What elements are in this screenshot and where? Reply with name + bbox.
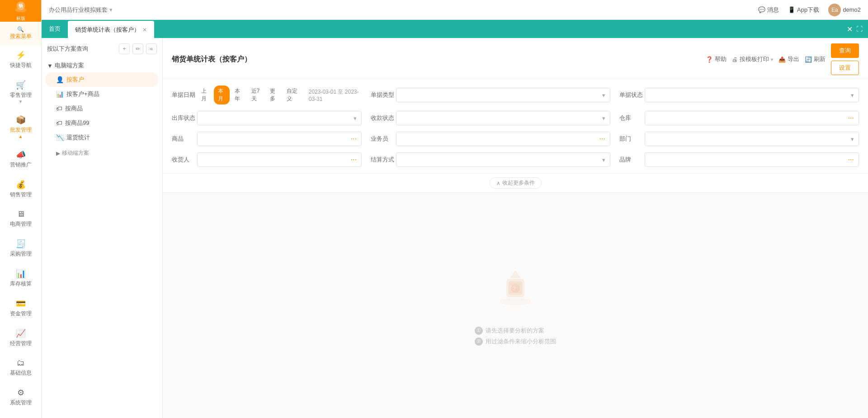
payment-status-arrow-icon: ▾ bbox=[602, 115, 605, 122]
warehouse-select[interactable]: ··· bbox=[645, 111, 859, 125]
app-download-btn[interactable]: 📱 App下载 bbox=[788, 6, 819, 14]
tree-item-by-customer[interactable]: 👤 按客户 bbox=[45, 72, 159, 87]
sidebar-item-corp[interactable]: 👥 企业协同 bbox=[0, 412, 42, 418]
collapse-conditions-btn[interactable]: ∧ 收起更多条件 bbox=[490, 177, 542, 189]
tab-sales-stat[interactable]: 销货单统计表（按客户） ✕ bbox=[68, 21, 154, 39]
edit-scheme-btn[interactable]: ✏ bbox=[132, 43, 143, 54]
date-tab-this-year[interactable]: 本年 bbox=[231, 86, 246, 104]
filter-goods: 商品 ··· bbox=[172, 132, 362, 146]
date-tab-this-month[interactable]: 本月 bbox=[214, 86, 230, 104]
maximize-icon[interactable]: ⛶ bbox=[856, 25, 863, 33]
help-btn[interactable]: ❓ 帮助 bbox=[706, 55, 726, 63]
date-tabs: 上月 本月 本年 近7天 更多 自定义 bbox=[197, 86, 302, 104]
export-icon: 📤 bbox=[778, 56, 786, 63]
sidebar: 畅 标版 🔍 搜索菜单 ⚡ 快捷导航 🛒 零售管理 ▼ 📦 批发管理 ▲ 📣 营… bbox=[0, 0, 42, 418]
collapse-icon: « bbox=[150, 46, 153, 52]
marketing-icon: 📣 bbox=[16, 150, 26, 160]
sidebar-item-system[interactable]: ⚙ 系统管理 bbox=[0, 382, 42, 412]
sidebar-item-basic[interactable]: 🗂 基础信息 bbox=[0, 353, 42, 382]
tree-item-by-goods[interactable]: 🏷 按商品 bbox=[45, 101, 159, 116]
dept-arrow-icon: ▾ bbox=[851, 136, 854, 142]
goods-icon: 🏷 bbox=[56, 105, 62, 112]
add-scheme-btn[interactable]: + bbox=[119, 43, 130, 54]
date-tab-custom[interactable]: 自定义 bbox=[283, 86, 302, 104]
user-profile[interactable]: Ea demo2 bbox=[828, 4, 861, 16]
settings-button[interactable]: 设置 bbox=[831, 61, 859, 75]
goods-dots[interactable]: ··· bbox=[351, 135, 357, 143]
close-tab-icon[interactable]: ✕ bbox=[142, 27, 147, 33]
message-btn[interactable]: 💬 消息 bbox=[758, 6, 779, 14]
sidebar-item-purchase[interactable]: 🧾 采购管理 bbox=[0, 233, 42, 263]
goods-select[interactable]: ··· bbox=[197, 132, 362, 146]
tree-group-desktop[interactable]: ▼ 电脑端方案 bbox=[45, 59, 159, 72]
tab-bar: 首页 销货单统计表（按客户） ✕ ✕ ⛶ bbox=[42, 20, 868, 38]
operation-icon: 📈 bbox=[16, 328, 26, 338]
date-tab-more[interactable]: 更多 bbox=[266, 86, 282, 104]
sidebar-item-retail[interactable]: 🛒 零售管理 ▼ bbox=[0, 75, 42, 109]
date-tab-7days[interactable]: 近7天 bbox=[247, 86, 265, 104]
sidebar-item-ecom[interactable]: 🖥 电商管理 bbox=[0, 204, 42, 233]
payment-status-select[interactable]: ▾ bbox=[396, 111, 610, 125]
page-title: 销货单统计表（按客户） bbox=[172, 55, 251, 64]
wholesale-icon: 📦 bbox=[16, 115, 26, 125]
filter-row-4: 收货人 ··· 结算方式 ▾ bbox=[172, 152, 859, 167]
export-btn[interactable]: 📤 导出 bbox=[778, 55, 799, 63]
app-download-label: App下载 bbox=[797, 6, 819, 14]
tab-home[interactable]: 首页 bbox=[42, 20, 68, 38]
settlement-select[interactable]: ▾ bbox=[396, 152, 610, 167]
purchase-icon: 🧾 bbox=[16, 239, 26, 249]
warehouse-dots[interactable]: ··· bbox=[848, 114, 854, 122]
refresh-btn[interactable]: 🔄 刷新 bbox=[805, 55, 826, 63]
consignee-label: 收货人 bbox=[172, 156, 197, 164]
sidebar-item-operation[interactable]: 📈 经营管理 bbox=[0, 323, 42, 353]
sidebar-item-label: 资金管理 bbox=[10, 310, 32, 318]
sidebar-item-search[interactable]: 🔍 搜索菜单 bbox=[0, 22, 42, 45]
dept-select[interactable]: ▾ bbox=[645, 132, 859, 146]
sidebar-item-sales[interactable]: 💰 销售管理 bbox=[0, 174, 42, 204]
ship-status-label: 出库状态 bbox=[172, 114, 197, 122]
filter-warehouse: 仓库 ··· bbox=[619, 111, 859, 125]
salesman-select[interactable]: ··· bbox=[396, 132, 610, 146]
tab-sales-stat-label: 销货单统计表（按客户） bbox=[75, 26, 140, 34]
app-download-icon: 📱 bbox=[788, 6, 795, 13]
tree-group-mobile[interactable]: ▶ 移动端方案 bbox=[49, 147, 159, 160]
consignee-select[interactable]: ··· bbox=[197, 152, 362, 167]
sidebar-item-marketing[interactable]: 📣 营销推广 bbox=[0, 144, 42, 174]
tree-item-label: 退货统计 bbox=[66, 133, 90, 142]
close-window-icon[interactable]: ✕ bbox=[847, 25, 853, 33]
svg-text:?: ? bbox=[513, 285, 516, 292]
sidebar-logo[interactable]: 畅 标版 bbox=[0, 0, 42, 22]
top-header: 办公用品行业模拟账套 ▾ 💬 消息 📱 App下载 Ea demo2 bbox=[42, 0, 868, 20]
empty-state: ? ① 请先选择要分析的方案 ② 用过滤条件来缩小分析范围 bbox=[163, 193, 868, 418]
sidebar-item-label: 快捷导航 bbox=[10, 62, 32, 69]
doc-type-select[interactable]: ▾ bbox=[396, 88, 610, 102]
filter-doc-status: 单据状态 ▾ bbox=[619, 88, 859, 102]
ship-status-select[interactable]: ▾ bbox=[197, 111, 362, 125]
brand-select[interactable]: ··· bbox=[645, 152, 859, 167]
account-dropdown[interactable]: 办公用品行业模拟账套 ▾ bbox=[49, 6, 113, 14]
sidebar-item-label: 基础信息 bbox=[10, 369, 32, 377]
salesman-dots[interactable]: ··· bbox=[599, 135, 605, 143]
panel-title: 按以下方案查询 bbox=[47, 45, 88, 53]
query-button[interactable]: 查询 bbox=[831, 43, 859, 58]
sidebar-item-finance[interactable]: 💳 资金管理 bbox=[0, 293, 42, 323]
print-btn[interactable]: 🖨 按模板打印 ▾ bbox=[732, 55, 773, 63]
header-left: 办公用品行业模拟账套 ▾ bbox=[49, 6, 113, 14]
doc-status-select[interactable]: ▾ bbox=[645, 88, 859, 102]
collapse-panel-btn[interactable]: « bbox=[146, 43, 157, 54]
tab-controls: ✕ ⛶ bbox=[847, 25, 863, 33]
sidebar-item-wholesale[interactable]: 📦 批发管理 ▲ bbox=[0, 109, 42, 144]
tree-item-return-stat[interactable]: 📉 退货统计 bbox=[45, 130, 159, 145]
sidebar-item-quick-nav[interactable]: ⚡ 快捷导航 bbox=[0, 45, 42, 75]
sidebar-item-inventory[interactable]: 📊 库存核算 bbox=[0, 263, 42, 293]
step-2-num: ② bbox=[475, 337, 483, 346]
date-tab-last-month[interactable]: 上月 bbox=[197, 86, 213, 104]
tree-item-by-goods-99[interactable]: 🏷 按商品99 bbox=[45, 116, 159, 130]
brand-dots[interactable]: ··· bbox=[848, 156, 854, 164]
export-label: 导出 bbox=[788, 55, 799, 63]
consignee-dots[interactable]: ··· bbox=[351, 156, 357, 164]
tree-item-by-customer-goods[interactable]: 📊 按客户+商品 bbox=[45, 87, 159, 101]
print-icon: 🖨 bbox=[732, 56, 738, 63]
help-label: 帮助 bbox=[715, 55, 726, 63]
retail-icon: 🛒 bbox=[16, 80, 26, 90]
